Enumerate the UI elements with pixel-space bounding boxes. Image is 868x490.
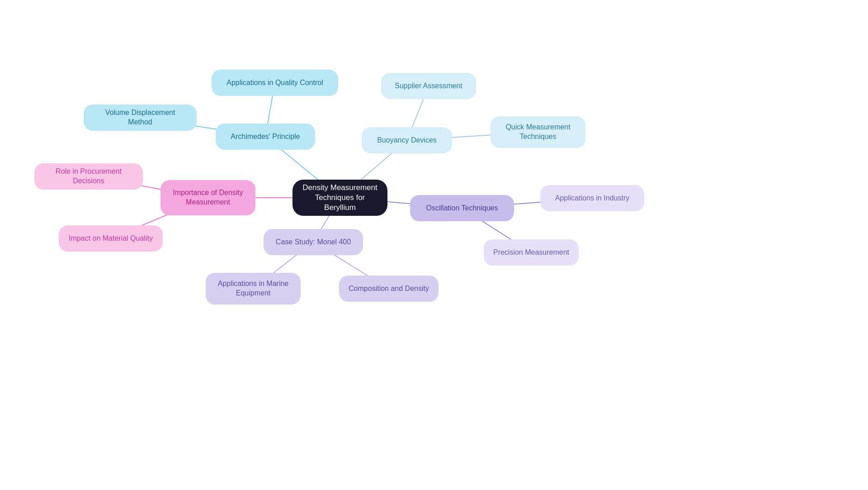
node-importance-density-measurement[interactable]: Importance of Density Measurement bbox=[160, 180, 255, 215]
node-volume-displacement[interactable]: Volume Displacement Method bbox=[84, 105, 197, 131]
node-case-study-monel[interactable]: Case Study: Monel 400 bbox=[264, 229, 363, 255]
node-composition-density[interactable]: Composition and Density bbox=[339, 276, 439, 302]
node-applications-marine[interactable]: Applications in Marine Equipment bbox=[206, 273, 301, 304]
node-precision-measurement[interactable]: Precision Measurement bbox=[484, 239, 579, 266]
node-applications-quality-control[interactable]: Applications in Quality Control bbox=[212, 70, 338, 96]
mind-map-container: Density Measurement Techniques for Beryl… bbox=[0, 0, 868, 490]
node-oscillation-techniques[interactable]: Oscillation Techniques bbox=[410, 195, 514, 221]
node-center[interactable]: Density Measurement Techniques for Beryl… bbox=[292, 180, 387, 216]
node-quick-measurement-techniques[interactable]: Quick Measurement Techniques bbox=[491, 116, 585, 148]
node-buoyancy-devices[interactable]: Buoyancy Devices bbox=[362, 127, 452, 153]
node-archimedes-principle[interactable]: Archimedes' Principle bbox=[216, 124, 315, 150]
node-applications-industry[interactable]: Applications in Industry bbox=[540, 185, 644, 211]
node-impact-material-quality[interactable]: Impact on Material Quality bbox=[59, 225, 163, 252]
node-role-procurement[interactable]: Role in Procurement Decisions bbox=[34, 163, 143, 190]
node-supplier-assessment[interactable]: Supplier Assessment bbox=[381, 73, 476, 99]
